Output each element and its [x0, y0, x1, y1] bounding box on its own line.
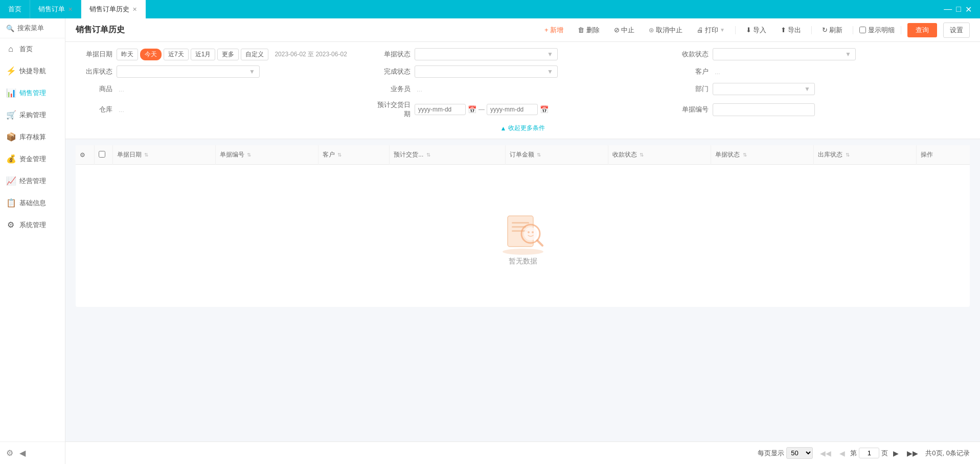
col-amount-sort[interactable]: ⇅: [537, 152, 541, 158]
sidebar-item-sales[interactable]: 📊 销售管理: [0, 82, 65, 104]
sidebar-item-sales-label: 销售管理: [19, 89, 46, 98]
date-btn-7days[interactable]: 近7天: [164, 49, 189, 60]
filter-outbound-select[interactable]: ▼: [117, 65, 260, 78]
home-icon: ⌂: [6, 45, 15, 54]
tab-home[interactable]: 首页: [0, 0, 30, 18]
col-date-sort[interactable]: ⇅: [144, 152, 148, 158]
col-operation-label: 操作: [921, 151, 933, 158]
salesperson-dots[interactable]: ...: [415, 85, 424, 93]
filter-department-group: 部门 ▼: [672, 83, 970, 95]
first-page-btn[interactable]: ◀◀: [817, 448, 834, 458]
filter-salesperson-label: 业务员: [374, 84, 415, 94]
base-info-icon: 📋: [6, 198, 15, 208]
col-outbound-sort[interactable]: ⇅: [846, 152, 850, 158]
customer-dots[interactable]: ...: [713, 68, 722, 76]
filter-row-1: 单据日期 昨天 今天 近7天 近1月 更多 自定义 2023-06-02 至 2…: [76, 48, 970, 60]
tab-sales-order[interactable]: 销售订单 ✕: [30, 0, 81, 18]
filter-completion-label: 完成状态: [374, 67, 415, 76]
col-bill-sort[interactable]: ⇅: [743, 152, 747, 158]
maximize-btn[interactable]: □: [956, 5, 961, 14]
collapse-filters-btn[interactable]: ▲ 收起更多条件: [76, 124, 970, 132]
import-button[interactable]: ⬇ 导入: [742, 24, 770, 37]
sidebar-item-base-info[interactable]: 📋 基础信息: [0, 192, 65, 214]
print-button[interactable]: 🖨 🖨 打印 打印 ▼: [693, 24, 729, 37]
date-btn-today[interactable]: 今天: [140, 49, 162, 60]
sidebar-item-system[interactable]: ⚙ 系统管理: [0, 214, 65, 236]
search-icon: 🔍: [6, 25, 14, 32]
warehouse-dots[interactable]: ...: [117, 106, 126, 114]
calendar-from-icon[interactable]: 📅: [468, 105, 476, 114]
next-page-btn[interactable]: ▶: [890, 448, 902, 458]
receipt-status-chevron: ▼: [845, 51, 851, 58]
table-settings-icon[interactable]: ⚙: [80, 151, 85, 159]
select-all-checkbox[interactable]: [99, 151, 105, 158]
col-number-sort[interactable]: ⇅: [247, 152, 251, 158]
filter-bill-status-select[interactable]: ▼: [415, 48, 558, 60]
sidebar-item-home[interactable]: ⌂ 首页: [0, 38, 65, 60]
cancel-stop-button[interactable]: ⊙ 取消中止: [645, 24, 687, 37]
data-table: ⚙ 单据日期 ⇅ 单据编号 ⇅: [76, 145, 970, 307]
table-header-row: ⚙ 单据日期 ⇅ 单据编号 ⇅: [76, 145, 970, 165]
calendar-to-icon[interactable]: 📅: [540, 105, 549, 114]
delete-button[interactable]: 🗑 删除: [574, 24, 604, 37]
empty-illustration: [492, 206, 554, 257]
sidebar-search[interactable]: 🔍 搜索菜单: [0, 18, 65, 38]
collapse-sidebar-icon[interactable]: ◀: [19, 448, 26, 458]
last-page-btn[interactable]: ▶▶: [904, 448, 921, 458]
minimize-btn[interactable]: —: [944, 5, 952, 14]
refresh-button[interactable]: ↻ 刷新: [818, 24, 847, 37]
query-button[interactable]: 查询: [907, 23, 937, 37]
toolbar-divider-1: [735, 26, 736, 34]
print-icon: 🖨: [697, 26, 703, 34]
page-size-select[interactable]: 10 20 50 100: [786, 447, 813, 459]
window-controls: — □ ✕: [944, 5, 980, 14]
tab-sales-history-close[interactable]: ✕: [132, 6, 137, 13]
date-btn-custom[interactable]: 自定义: [241, 49, 268, 60]
col-delivery-sort[interactable]: ⇅: [426, 152, 430, 158]
sidebar-bottom: ⚙ ◀: [0, 441, 65, 464]
svg-point-6: [524, 227, 537, 240]
collapse-up-icon: ▲: [500, 125, 507, 132]
toolbar-divider-2: [811, 26, 812, 34]
tab-sales-order-label: 销售订单: [38, 5, 65, 14]
sidebar-item-operations[interactable]: 📈 经营管理: [0, 170, 65, 192]
export-button[interactable]: ⬆ 导出: [777, 24, 805, 37]
tab-home-label: 首页: [8, 5, 21, 14]
table-col-date: 单据日期 ⇅: [112, 145, 215, 165]
date-btn-more[interactable]: 更多: [217, 49, 239, 60]
filter-department-select[interactable]: ▼: [713, 83, 815, 95]
settings-button[interactable]: 设置: [943, 23, 970, 38]
filter-receipt-status-group: 收款状态 ▼: [672, 48, 970, 60]
display-toggle-label: 显示明细: [868, 26, 895, 35]
table-col-outbound: 出库状态 ⇅: [814, 145, 917, 165]
sidebar-item-inventory[interactable]: 📦 库存核算: [0, 126, 65, 148]
filter-completion-select[interactable]: ▼: [415, 65, 558, 78]
tab-sales-history[interactable]: 销售订单历史 ✕: [81, 0, 146, 18]
col-receipt-sort[interactable]: ⇅: [640, 152, 644, 158]
date-btn-1month[interactable]: 近1月: [191, 49, 216, 60]
stop-button[interactable]: ⊘ 中止: [610, 24, 639, 37]
date-btn-yesterday[interactable]: 昨天: [117, 49, 138, 60]
prev-page-btn[interactable]: ◀: [836, 448, 848, 458]
delivery-date-from[interactable]: [415, 104, 466, 115]
col-customer-sort[interactable]: ⇅: [337, 152, 341, 158]
col-number-label: 单据编号: [220, 151, 244, 158]
date-range-text: 2023-06-02 至 2023-06-02: [275, 50, 347, 59]
bill-number-input[interactable]: [713, 103, 815, 116]
new-button[interactable]: + 新增: [540, 24, 567, 37]
display-toggle[interactable]: 显示明细: [859, 26, 895, 35]
sidebar-item-quick-nav[interactable]: ⚡ 快捷导航: [0, 60, 65, 82]
tab-sales-order-close[interactable]: ✕: [68, 6, 73, 13]
current-page-input[interactable]: [859, 448, 879, 458]
settings-bottom-icon[interactable]: ⚙: [6, 448, 13, 458]
filter-receipt-status-select[interactable]: ▼: [713, 48, 856, 60]
table-col-operation: 操作: [917, 145, 970, 165]
svg-rect-2: [512, 222, 529, 224]
sidebar-item-finance[interactable]: 💰 资金管理: [0, 148, 65, 170]
display-toggle-checkbox[interactable]: [859, 27, 866, 33]
window-close-btn[interactable]: ✕: [965, 5, 972, 14]
filter-receipt-status-label: 收款状态: [672, 50, 713, 59]
delivery-date-to[interactable]: [487, 104, 538, 115]
goods-dots[interactable]: ...: [117, 85, 126, 93]
sidebar-item-purchase[interactable]: 🛒 采购管理: [0, 104, 65, 126]
